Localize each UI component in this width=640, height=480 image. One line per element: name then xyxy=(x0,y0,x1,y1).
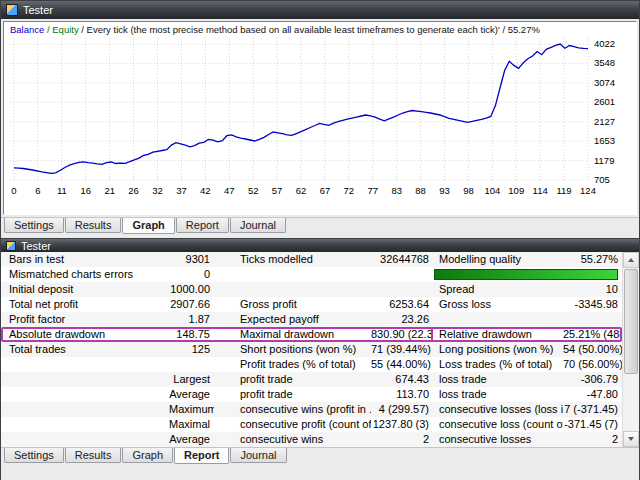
modelling-quality-bar xyxy=(434,269,618,280)
report-value: 6253.64 xyxy=(371,297,433,312)
svg-text:119: 119 xyxy=(557,185,572,196)
report-label: Bars in test xyxy=(1,252,169,267)
report-value: Average xyxy=(169,432,214,447)
report-label xyxy=(1,417,169,432)
report-label: Absolute drawdown xyxy=(1,327,169,342)
report-label: Relative drawdown xyxy=(433,327,563,342)
report-label: consecutive wins xyxy=(214,432,371,447)
svg-text:42: 42 xyxy=(200,185,211,196)
svg-text:52: 52 xyxy=(248,185,259,196)
report-label: consecutive losses (loss in ... xyxy=(433,402,563,417)
report-value: 0 xyxy=(169,267,214,282)
svg-text:21: 21 xyxy=(104,185,115,196)
report-label: consecutive profit (count of... xyxy=(214,417,371,432)
report-row: Profit factor1.87Expected payoff23.26 xyxy=(1,312,622,327)
balance-equity-line-chart: 4022354830742601212716531179705061116212… xyxy=(4,22,636,214)
tab-bottom-settings[interactable]: Settings xyxy=(4,448,64,463)
report-label: Initial deposit xyxy=(1,282,169,297)
report-value: 830.90 (22.32%) xyxy=(371,327,433,342)
tester-tabbar-top: SettingsResultsGraphReportJournal xyxy=(1,217,639,236)
report-scrollbar[interactable] xyxy=(622,252,639,447)
tab-bottom-report[interactable]: Report xyxy=(174,448,229,464)
svg-text:37: 37 xyxy=(176,185,187,196)
report-label xyxy=(1,387,169,402)
report-row: Profit trades (% of total)55 (44.00%)Los… xyxy=(1,357,622,372)
tab-top-report[interactable]: Report xyxy=(176,218,229,233)
report-value: 113.70 xyxy=(371,387,433,402)
report-row: Largestprofit trade674.43loss trade-306.… xyxy=(1,372,622,387)
svg-text:16: 16 xyxy=(80,185,91,196)
top-window-title: Tester xyxy=(23,4,53,16)
report-label: Total trades xyxy=(1,342,169,357)
report-panel: Bars in test9301Ticks modelled32644768Mo… xyxy=(1,252,639,447)
scrollbar-thumb[interactable] xyxy=(624,269,638,374)
report-label: Ticks modelled xyxy=(214,252,371,267)
tab-top-results[interactable]: Results xyxy=(65,218,122,233)
report-value: 148.75 xyxy=(169,327,214,342)
svg-text:1179: 1179 xyxy=(594,155,614,166)
report-value: 1000.00 xyxy=(169,282,214,297)
report-row: Averageprofit trade113.70loss trade-47.8… xyxy=(1,387,622,402)
tester-tabbar-bottom: SettingsResultsGraphReportJournal xyxy=(1,447,639,466)
top-window-titlebar[interactable]: Tester xyxy=(1,1,639,19)
report-value: 7 (-371.45) xyxy=(563,402,622,417)
report-row: Maximumconsecutive wins (profit in ...4 … xyxy=(1,402,622,417)
report-row: Maximalconsecutive profit (count of...12… xyxy=(1,417,622,432)
bottom-window-bottom-frame xyxy=(1,466,639,480)
report-row: Bars in test9301Ticks modelled32644768Mo… xyxy=(1,252,622,267)
report-value: 32644768 xyxy=(371,252,433,267)
report-value: Average xyxy=(169,387,214,402)
tab-top-settings[interactable]: Settings xyxy=(4,218,64,233)
bottom-window-title: Tester xyxy=(21,240,51,252)
report-value: 2907.66 xyxy=(169,297,214,312)
report-row-drawdown-highlight: Absolute drawdown148.75Maximal drawdown8… xyxy=(1,327,622,342)
report-value xyxy=(371,267,433,282)
tab-bottom-graph[interactable]: Graph xyxy=(122,448,173,463)
report-label: consecutive loss (count of l... xyxy=(433,417,563,432)
legend-equity-label: / Equity xyxy=(47,24,79,35)
report-label: profit trade xyxy=(214,387,371,402)
arrow-down-icon xyxy=(628,437,634,441)
scroll-down-button[interactable] xyxy=(623,431,639,447)
report-value: Maximum xyxy=(169,402,214,417)
report-label: consecutive losses xyxy=(433,432,563,447)
svg-text:124: 124 xyxy=(580,185,596,196)
report-value: -371.45 (7) xyxy=(563,417,622,432)
chart-legend: Balance / Equity / Every tick (the most … xyxy=(10,24,540,35)
report-value: 674.43 xyxy=(371,372,433,387)
report-row: Initial deposit1000.00Spread10 xyxy=(1,282,622,297)
svg-text:32: 32 xyxy=(152,185,163,196)
report-value: 55 (44.00%) xyxy=(371,357,433,372)
report-row: Mismatched charts errors0 xyxy=(1,267,622,282)
report-value: -47.80 xyxy=(563,387,622,402)
report-label xyxy=(1,372,169,387)
report-value: 9301 xyxy=(169,252,214,267)
tester-window-icon xyxy=(6,241,16,251)
report-label: Spread xyxy=(433,282,563,297)
report-value: Maximal xyxy=(169,417,214,432)
tab-bottom-results[interactable]: Results xyxy=(65,448,122,463)
report-value: 55.27% xyxy=(563,252,622,267)
report-row: Total trades125Short positions (won %)71… xyxy=(1,342,622,357)
tester-window-icon xyxy=(6,4,18,16)
svg-text:98: 98 xyxy=(463,185,474,196)
report-value: 25.21% (488.32) xyxy=(563,327,622,342)
report-label: loss trade xyxy=(433,372,563,387)
svg-text:47: 47 xyxy=(224,185,235,196)
svg-text:3548: 3548 xyxy=(594,57,615,68)
report-value xyxy=(563,312,622,327)
report-value: Largest xyxy=(169,372,214,387)
report-label: Gross profit xyxy=(214,297,371,312)
svg-text:1653: 1653 xyxy=(594,135,615,146)
tab-top-journal[interactable]: Journal xyxy=(230,218,286,233)
bottom-window-titlebar[interactable]: Tester xyxy=(1,239,639,252)
tester-report-window: Tester Bars in test9301Ticks modelled326… xyxy=(0,238,640,480)
report-label: Expected payoff xyxy=(214,312,371,327)
tab-top-graph[interactable]: Graph xyxy=(122,218,174,234)
tab-bottom-journal[interactable]: Journal xyxy=(230,448,286,463)
report-value: 54 (50.00%) xyxy=(563,342,622,357)
svg-text:4022: 4022 xyxy=(594,38,615,49)
scroll-up-button[interactable] xyxy=(623,252,639,268)
report-value: 4 (299.57) xyxy=(371,402,433,417)
svg-text:72: 72 xyxy=(344,185,355,196)
